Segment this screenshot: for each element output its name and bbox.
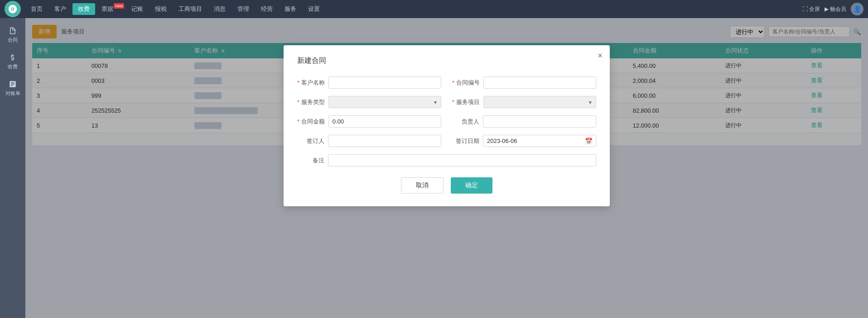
form-group-amount: 合同金额 — [297, 115, 441, 128]
sidebar-item-fee[interactable]: 收费 — [1, 49, 24, 74]
service-item-wrapper — [483, 96, 596, 108]
form-row-1: 客户名称 合同编号 — [297, 76, 596, 89]
sidebar-item-contract[interactable]: 合同 — [1, 23, 24, 47]
vip-button[interactable]: ▶ 畅会员 — [825, 5, 846, 13]
sign-date-label: 签订日期 — [452, 137, 479, 145]
form-group-contract-no: 合同编号 — [452, 76, 596, 89]
responsible-label: 负责人 — [452, 118, 479, 126]
nav-operation[interactable]: 经营 — [256, 3, 278, 15]
new-contract-modal: × 新建合同 客户名称 合同编号 服务类型 — [284, 45, 610, 206]
amount-input[interactable] — [328, 115, 441, 128]
nav-message[interactable]: 消息 — [208, 3, 231, 15]
contract-no-label: 合同编号 — [452, 79, 480, 87]
service-type-label: 服务类型 — [297, 98, 325, 106]
nav-invoice[interactable]: 票据 new — [96, 3, 125, 15]
modal-footer: 取消 确定 — [297, 177, 596, 194]
nav-service[interactable]: 服务 — [279, 3, 302, 15]
service-item-select[interactable] — [483, 96, 596, 108]
form-row-3: 合同金额 负责人 — [297, 115, 596, 128]
nav-manage[interactable]: 管理 — [232, 3, 255, 15]
form-group-service-type: 服务类型 — [297, 96, 441, 108]
app-logo — [5, 1, 21, 17]
signer-input[interactable] — [328, 135, 441, 147]
form-group-client: 客户名称 — [297, 76, 441, 89]
sidebar-item-statement[interactable]: 对账单 — [1, 76, 24, 100]
form-group-sign-date: 签订日期 📅 — [452, 135, 596, 147]
service-item-label: 服务项目 — [452, 98, 480, 106]
fee-icon — [8, 53, 17, 62]
avatar[interactable]: 👤 — [851, 3, 863, 15]
vip-icon: ▶ — [825, 6, 829, 12]
modal-title: 新建合同 — [297, 56, 596, 66]
form-group-responsible: 负责人 — [452, 115, 596, 128]
contract-no-input[interactable] — [483, 76, 596, 89]
service-type-wrapper — [328, 96, 441, 108]
main-layout: 合同 收费 对账单 新增 服务项目 进行中 已完成 已终止 — [0, 18, 868, 318]
sidebar: 合同 收费 对账单 — [0, 18, 25, 318]
nav-bookkeeping[interactable]: 记账 — [126, 3, 149, 15]
sign-date-input[interactable] — [483, 135, 596, 147]
calendar-icon[interactable]: 📅 — [585, 138, 593, 145]
client-name-input[interactable] — [328, 76, 441, 89]
nav-settings[interactable]: 设置 — [303, 3, 325, 15]
nav-fee[interactable]: 收费 — [72, 3, 95, 15]
form-row-5: 备注 — [297, 154, 596, 166]
form-group-service-item: 服务项目 — [452, 96, 596, 108]
nav-home[interactable]: 首页 — [25, 3, 48, 15]
amount-label: 合同金额 — [297, 118, 325, 126]
form-group-signer: 签订人 — [297, 135, 441, 147]
notes-label: 备注 — [297, 157, 324, 165]
nav-client[interactable]: 客户 — [49, 3, 72, 15]
new-badge: new — [114, 3, 124, 9]
service-type-select[interactable] — [328, 96, 441, 108]
form-row-2: 服务类型 服务项目 — [297, 96, 596, 108]
client-name-label: 客户名称 — [297, 79, 325, 87]
contract-icon — [8, 26, 17, 35]
top-navigation: 首页 客户 收费 票据 new 记账 报税 工商项目 消息 管理 经营 服务 设… — [0, 0, 868, 18]
nav-menu: 首页 客户 收费 票据 new 记账 报税 工商项目 消息 管理 经营 服务 设… — [25, 3, 802, 15]
fullscreen-icon: ⛶ — [802, 6, 808, 12]
form-row-4: 签订人 签订日期 📅 — [297, 135, 596, 147]
nav-tax[interactable]: 报税 — [149, 3, 172, 15]
statement-icon — [8, 80, 17, 89]
form-group-notes: 备注 — [297, 154, 596, 166]
nav-bizproject[interactable]: 工商项目 — [173, 3, 207, 15]
fullscreen-button[interactable]: ⛶ 全屏 — [802, 5, 820, 13]
content-area: 新增 服务项目 进行中 已完成 已终止 🔍 序号 合同编号 ⇅ 客户名 — [25, 18, 868, 318]
responsible-input[interactable] — [483, 115, 596, 128]
modal-overlay: × 新建合同 客户名称 合同编号 服务类型 — [25, 18, 868, 318]
signer-label: 签订人 — [297, 137, 324, 145]
confirm-button[interactable]: 确定 — [451, 177, 492, 194]
cancel-button[interactable]: 取消 — [401, 177, 444, 194]
notes-input[interactable] — [328, 154, 596, 166]
nav-right-actions: ⛶ 全屏 ▶ 畅会员 👤 — [802, 3, 863, 15]
date-input-wrap: 📅 — [483, 135, 596, 147]
modal-close-button[interactable]: × — [598, 52, 603, 60]
